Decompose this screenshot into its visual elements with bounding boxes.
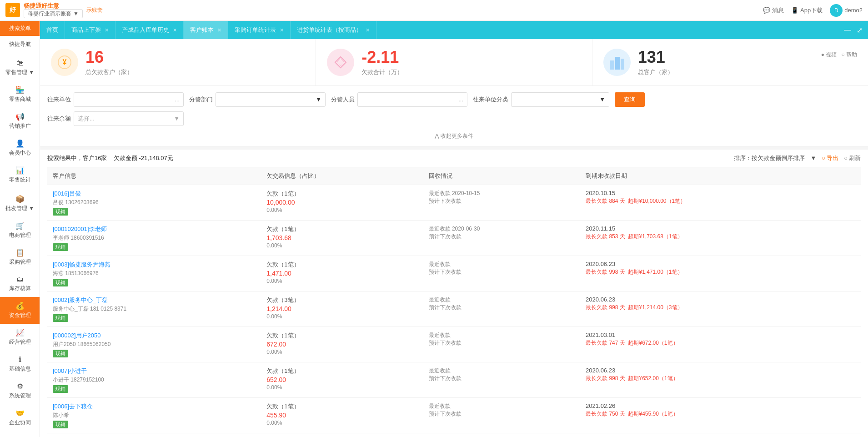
sidebar-item-biz[interactable]: 📈 经营管理	[0, 324, 40, 351]
tab-home[interactable]: 首页	[40, 21, 65, 39]
filter-area: 往来单位 ... 分管部门 ▼ 分管人员	[40, 86, 868, 147]
sidebar-item-member[interactable]: 👤 会员中心	[0, 135, 40, 161]
main-content: 首页 商品上下架 ✕ 产成品入库单历史 ✕ 客户账本 ✕ 采购订单统计表 ✕ 进…	[40, 21, 868, 437]
customer-name[interactable]: [000002]用户2050	[53, 332, 256, 340]
tab-purchase-order-close[interactable]: ✕	[280, 27, 284, 33]
table-row: [000002]用户2050 用户2050 18665062050 现销 欠款（…	[47, 326, 861, 362]
stat-card-total-customers: 131 总客户（家） ● 视频 ○ 帮助	[592, 39, 868, 85]
tab-product-history-close[interactable]: ✕	[173, 27, 177, 33]
tab-minimize-btn[interactable]: —	[842, 26, 853, 34]
debt-amount[interactable]: 455.90	[266, 412, 417, 419]
svg-rect-4	[610, 60, 614, 70]
demo-link[interactable]: 示账套	[86, 6, 103, 14]
sort-arrow[interactable]: ▼	[810, 155, 816, 161]
sidebar-item-batch-mgmt[interactable]: 📦 批发管理 ▼	[0, 190, 40, 217]
svg-rect-5	[615, 57, 620, 70]
app-download-btn[interactable]: 📱 App下载	[791, 6, 823, 15]
debt-amount[interactable]: 10,000.00	[266, 199, 417, 206]
debt-amount[interactable]: 1,471.00	[266, 270, 417, 277]
industry-select[interactable]: 母婴行业演示账套 ▼	[24, 9, 83, 18]
unit-category-select[interactable]: ▼	[511, 92, 609, 107]
tab-product-history[interactable]: 产成品入库单历史 ✕	[115, 21, 184, 39]
customer-phone: 服务中心_丁磊 181 0125 8371	[53, 305, 256, 313]
logo-text: 畅捷通好生意	[24, 2, 83, 10]
dept-select[interactable]: ▼	[216, 92, 326, 107]
user-menu[interactable]: D demo2	[830, 4, 863, 17]
inventory-icon: 🗂	[16, 275, 24, 283]
tab-product-list-close[interactable]: ✕	[105, 27, 109, 33]
customer-info-cell: [000001]黄思源 黄思源 13552700226 现销	[47, 433, 261, 437]
from-unit-input[interactable]: ...	[74, 92, 184, 107]
debt-amount[interactable]: 1,703.68	[266, 234, 417, 241]
svg-text:¥: ¥	[63, 58, 67, 66]
debt-amount[interactable]: 652.00	[266, 376, 417, 383]
sidebar-search[interactable]: 搜索菜单	[0, 21, 40, 36]
app-label: App下载	[800, 6, 823, 15]
unit-category-label: 往来单位分类	[473, 95, 508, 104]
manager-input[interactable]: ...	[357, 92, 467, 107]
customer-name[interactable]: [0003]畅捷服务尹海燕	[53, 261, 256, 269]
overdue-link[interactable]: 超期¥1,703.68（1笔）	[628, 233, 682, 240]
debt-info-cell: 欠款（1笔） 672.00 0.00%	[261, 326, 423, 362]
stat-icon-total-customers	[603, 49, 631, 76]
collection-cell: 最近收款 2020-10-15 预计下次收款	[423, 185, 581, 220]
help-btn[interactable]: ○ 帮助	[841, 51, 857, 59]
overdue-link[interactable]: 超期¥652.00（1笔）	[628, 375, 678, 382]
tab-maximize-btn[interactable]: ⤢	[855, 26, 864, 35]
sidebar-item-ecommerce[interactable]: 🛒 电商管理	[0, 217, 40, 244]
query-button[interactable]: 查询	[615, 92, 645, 107]
purchase-icon: 📋	[15, 248, 25, 257]
message-btn[interactable]: 💬 消息	[763, 6, 784, 15]
tab-purchase-order[interactable]: 采购订单统计表 ✕	[228, 21, 291, 39]
stat-info-total-customers: 131 总客户（家）	[638, 48, 814, 76]
customer-tag: 现销	[53, 279, 68, 286]
due-date: 2021.03.01	[586, 332, 855, 338]
customer-name[interactable]: [0016]吕俊	[53, 190, 256, 198]
stat-info-debt-amount: -2.11 欠款合计（万）	[361, 48, 581, 76]
sidebar-item-basic[interactable]: ℹ 基础信息	[0, 351, 40, 377]
overdue-link[interactable]: 超期¥10,000.00（1笔）	[628, 198, 686, 204]
sidebar-item-capital[interactable]: 💰 资金管理	[0, 297, 40, 324]
refresh-button[interactable]: ○ 刷新	[844, 154, 861, 162]
logo-icon: 好	[5, 3, 20, 17]
collapse-row[interactable]: ⋀ 收起更多条件	[47, 131, 861, 142]
overdue-link[interactable]: 超期¥1,471.00（1笔）	[628, 269, 682, 275]
top-right: 💬 消息 📱 App下载 D demo2	[763, 4, 863, 17]
debt-amount[interactable]: 1,214.00	[266, 305, 417, 312]
tab-customer-account[interactable]: 客户账本 ✕	[184, 21, 228, 39]
sidebar-item-enterprise[interactable]: 🤝 企业协同	[0, 404, 40, 431]
collection-cell: 最近收款 预计下次收款	[423, 326, 581, 362]
sidebar-item-retail-mgmt[interactable]: 🛍 零售管理 ▼	[0, 55, 40, 81]
tab-inbound-stats[interactable]: 进货单统计表（按商品） ✕	[291, 21, 376, 39]
overdue-link[interactable]: 超期¥1,214.00（3笔）	[628, 304, 682, 311]
video-btn[interactable]: ● 视频	[821, 51, 837, 59]
balance-select[interactable]: 选择... ▼	[74, 111, 184, 126]
tab-product-list[interactable]: 商品上下架 ✕	[65, 21, 115, 39]
overdue-link[interactable]: 超期¥455.90（1笔）	[628, 411, 678, 417]
customer-name[interactable]: [0001020001]李老师	[53, 225, 256, 233]
tab-product-history-label: 产成品入库单历史	[122, 26, 169, 34]
sidebar-item-quick-nav[interactable]: 快捷导航	[0, 36, 40, 53]
unit-category-arrow: ▼	[599, 96, 605, 103]
customer-name[interactable]: [0002]服务中心_丁磊	[53, 296, 256, 304]
customer-name[interactable]: [0006]去下粮仓	[53, 402, 256, 411]
stat-card-debt-amount: -2.11 欠款合计（万）	[316, 39, 592, 85]
sidebar-item-purchase[interactable]: 📋 采购管理	[0, 244, 40, 271]
system-icon: ⚙	[17, 382, 23, 391]
sidebar-item-retail-mall[interactable]: 🏪 零售商城	[0, 81, 40, 108]
customer-info-cell: [0003]畅捷服务尹海燕 海燕 18513066976 现销	[47, 256, 261, 291]
customer-tag: 现销	[53, 350, 68, 357]
tab-customer-account-close[interactable]: ✕	[217, 27, 221, 33]
export-button[interactable]: ○ 导出	[822, 154, 838, 162]
next-collection: 预计下次收款	[429, 268, 575, 276]
sidebar-item-newbie[interactable]: 📖 新手引导	[0, 431, 40, 437]
sidebar-item-inventory[interactable]: 🗂 库存核算	[0, 271, 40, 297]
overdue-link[interactable]: 超期¥672.00（1笔）	[628, 340, 678, 346]
capital-icon: 💰	[15, 301, 25, 310]
debt-amount[interactable]: 672.00	[266, 341, 417, 348]
tab-inbound-stats-close[interactable]: ✕	[366, 27, 370, 33]
sidebar-item-marketing[interactable]: 📢 营销推广	[0, 108, 40, 135]
sidebar-item-retail-stats[interactable]: 📊 零售统计	[0, 161, 40, 188]
sidebar-item-system[interactable]: ⚙ 系统管理	[0, 377, 40, 404]
customer-name[interactable]: [0007]小进干	[53, 367, 256, 375]
